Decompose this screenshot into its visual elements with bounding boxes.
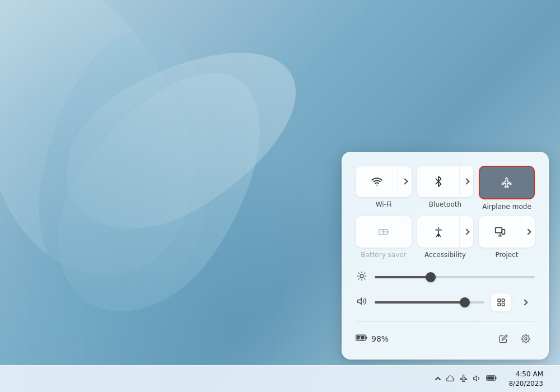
audio-chevron-icon [521,299,528,305]
project-chevron-button[interactable] [521,216,535,248]
svg-rect-17 [498,299,501,302]
quick-settings-panel: Wi-Fi Bluetooth A [342,152,549,360]
brightness-slider-row [356,271,535,283]
bluetooth-icon [433,176,444,187]
wifi-chevron-button[interactable] [398,166,412,197]
volume-icon [356,296,368,309]
tray-icon-group[interactable] [430,372,502,386]
tray-battery-icon [486,374,497,384]
volume-fill [375,301,465,304]
svg-rect-19 [498,303,501,306]
airplane-label: Airplane mode [482,203,531,211]
bluetooth-chevron-icon [463,178,469,184]
wifi-button-row [356,166,412,197]
airplane-toggle-button[interactable] [479,166,535,199]
bluetooth-label: Bluetooth [429,200,461,208]
volume-extra [491,293,535,311]
svg-rect-20 [502,303,505,306]
battery-info: 98% [356,333,389,344]
battery-saver-label: Battery saver [361,251,406,259]
accessibility-icon [433,226,444,237]
audio-device-button[interactable] [491,293,511,311]
svg-line-15 [365,273,365,273]
svg-rect-18 [502,299,505,302]
accessibility-chevron-icon [463,228,469,235]
audio-chevron-button[interactable] [515,293,535,311]
project-button-row [479,216,535,248]
svg-rect-6 [502,230,505,234]
tray-chevron-icon [435,375,441,384]
show-desktop-button[interactable] [550,368,553,390]
battery-saver-icon [378,226,389,237]
svg-line-11 [365,279,365,279]
brightness-icon [356,271,368,283]
svg-marker-16 [358,298,362,305]
svg-point-4 [437,227,439,229]
svg-rect-27 [488,376,494,380]
svg-point-24 [525,338,527,340]
wifi-toggle-button[interactable] [356,166,398,197]
brightness-fill [375,276,431,278]
tray-volume-icon [473,374,482,384]
clock-date: 8/20/2023 [508,379,543,389]
airplane-icon [501,177,512,188]
accessibility-group: Accessibility [417,216,473,259]
taskbar-clock[interactable]: 4:50 AM 8/20/2023 [505,368,547,390]
battery-icon [356,333,368,344]
settings-button[interactable] [517,330,535,348]
wifi-label: Wi-Fi [376,200,392,208]
footer-actions [494,330,535,348]
project-toggle-button[interactable] [479,216,521,248]
bluetooth-button-row [417,166,473,197]
accessibility-button-row [417,216,473,248]
project-label: Project [495,251,518,259]
svg-line-14 [358,279,359,279]
bluetooth-chevron-button[interactable] [459,166,473,197]
tray-airplane-icon [459,374,468,384]
project-chevron-icon [525,228,531,235]
bluetooth-toggle-button[interactable] [417,166,459,197]
svg-rect-28 [496,377,497,379]
battery-saver-toggle-button[interactable] [356,216,412,248]
svg-rect-23 [366,337,367,339]
panel-footer: 98% [356,321,535,348]
battery-saver-group: Battery saver [356,216,412,259]
wifi-icon [371,176,382,187]
project-group: Project [479,216,535,259]
accessibility-chevron-button[interactable] [459,216,473,248]
airplane-group: Airplane mode [479,166,535,211]
svg-point-7 [360,274,363,278]
brightness-thumb[interactable] [426,272,436,282]
quick-buttons-grid: Wi-Fi Bluetooth A [356,166,535,259]
wifi-chevron-icon [402,178,408,184]
volume-thumb[interactable] [460,297,470,307]
battery-percent: 98% [371,334,389,343]
taskbar: 4:50 AM 8/20/2023 [0,365,560,392]
wifi-group: Wi-Fi [356,166,412,211]
volume-track[interactable] [375,301,484,304]
clock-time: 4:50 AM [516,370,543,379]
volume-slider-row [356,293,535,311]
svg-rect-5 [495,228,502,233]
accessibility-label: Accessibility [424,251,466,259]
svg-line-10 [358,273,359,273]
project-icon [494,226,506,237]
bluetooth-group: Bluetooth [417,166,473,211]
brightness-track[interactable] [375,276,535,278]
svg-marker-25 [474,376,477,381]
edit-button[interactable] [494,330,512,348]
system-tray: 4:50 AM 8/20/2023 [430,368,553,390]
tray-cloud-icon [446,374,455,384]
accessibility-toggle-button[interactable] [417,216,459,248]
